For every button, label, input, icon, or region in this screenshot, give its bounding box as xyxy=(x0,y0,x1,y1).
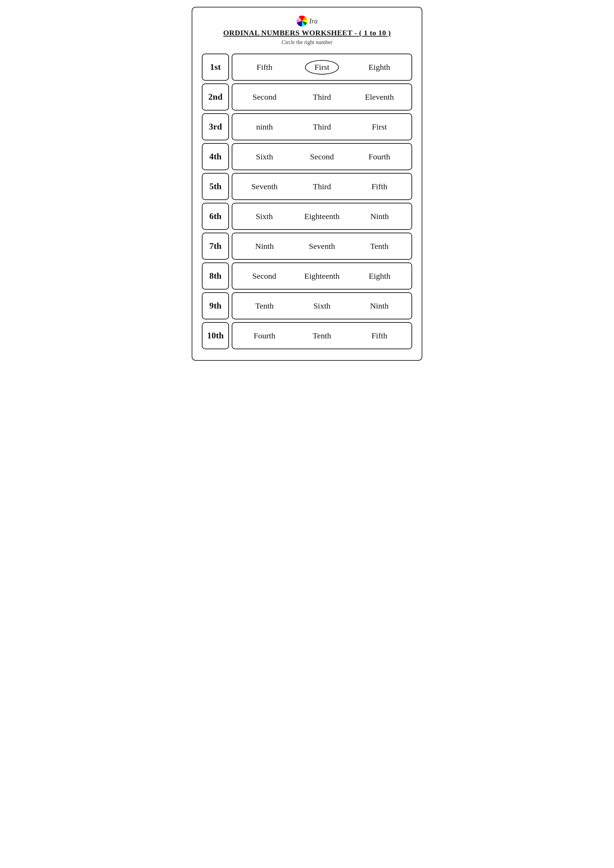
option-3[interactable]: Fourth xyxy=(362,152,396,161)
worksheet-row: 10thFourthTenthFifth xyxy=(202,322,412,349)
option-1[interactable]: ninth xyxy=(248,122,281,132)
option-3[interactable]: First xyxy=(362,122,396,132)
options-cell: TenthSixthNinth xyxy=(232,292,412,319)
options-cell: FifthFirstEighth xyxy=(232,54,412,81)
worksheet-row: 9thTenthSixthNinth xyxy=(202,292,412,319)
option-1[interactable]: Fifth xyxy=(248,63,281,72)
worksheet-row: 6thSixthEighteenthNinth xyxy=(202,203,412,230)
ordinal-label: 5th xyxy=(202,173,229,200)
worksheet-row: 7thNinthSeventhTenth xyxy=(202,232,412,260)
option-1[interactable]: Sixth xyxy=(247,212,281,221)
option-2[interactable]: Eighteenth xyxy=(304,212,340,221)
ordinal-label: 2nd xyxy=(202,84,229,110)
worksheet-page: Ira ORDINAL NUMBERS WORKSHEET - ( 1 to 1… xyxy=(192,7,422,361)
option-3[interactable]: Fifth xyxy=(362,182,396,191)
ordinal-label: 9th xyxy=(202,292,229,319)
worksheet-row: 3rdninthThirdFirst xyxy=(202,113,412,140)
worksheet-row: 1stFifthFirstEighth xyxy=(202,54,412,81)
worksheet-row: 8thSecondEighteenthEighth xyxy=(202,262,412,290)
option-1[interactable]: Fourth xyxy=(248,331,281,340)
worksheet-grid: 1stFifthFirstEighth2ndSecondThirdElevent… xyxy=(202,54,412,349)
subtitle: Circle the right number xyxy=(281,39,333,45)
options-cell: SecondThirdEleventh xyxy=(232,84,412,110)
options-cell: FourthTenthFifth xyxy=(232,322,412,349)
option-1[interactable]: Sixth xyxy=(248,152,281,161)
ordinal-label: 1st xyxy=(202,54,229,81)
option-2[interactable]: Eighteenth xyxy=(304,271,340,281)
main-title: ORDINAL NUMBERS WORKSHEET - ( 1 to 10 ) xyxy=(223,28,391,37)
options-cell: SeventhThirdFifth xyxy=(232,173,412,200)
ordinal-label: 6th xyxy=(202,203,229,230)
option-3[interactable]: Eighth xyxy=(363,271,396,281)
options-cell: ninthThirdFirst xyxy=(232,113,412,140)
options-cell: SixthEighteenthNinth xyxy=(232,203,412,230)
option-3[interactable]: Ninth xyxy=(363,212,396,221)
option-2[interactable]: First xyxy=(305,60,339,74)
logo-icon xyxy=(297,16,307,26)
option-2[interactable]: Seventh xyxy=(305,242,339,251)
option-1[interactable]: Second xyxy=(247,271,281,281)
options-cell: SixthSecondFourth xyxy=(232,143,412,170)
option-3[interactable]: Eleventh xyxy=(362,93,396,102)
option-1[interactable]: Second xyxy=(248,93,281,102)
brand-name: Ira xyxy=(309,17,317,25)
worksheet-row: 2ndSecondThirdEleventh xyxy=(202,84,412,110)
option-3[interactable]: Ninth xyxy=(362,301,396,311)
worksheet-row: 5thSeventhThirdFifth xyxy=(202,173,412,200)
option-1[interactable]: Ninth xyxy=(248,242,281,251)
option-1[interactable]: Tenth xyxy=(248,301,281,311)
option-1[interactable]: Seventh xyxy=(248,182,281,191)
option-3[interactable]: Eighth xyxy=(362,63,396,72)
ordinal-label: 7th xyxy=(202,232,229,260)
worksheet-row: 4thSixthSecondFourth xyxy=(202,143,412,170)
option-2[interactable]: Third xyxy=(305,122,339,132)
header: Ira ORDINAL NUMBERS WORKSHEET - ( 1 to 1… xyxy=(202,16,412,50)
options-cell: SecondEighteenthEighth xyxy=(232,262,412,290)
option-3[interactable]: Tenth xyxy=(362,242,396,251)
options-cell: NinthSeventhTenth xyxy=(232,232,412,260)
ordinal-label: 8th xyxy=(202,262,229,290)
ordinal-label: 4th xyxy=(202,143,229,170)
option-2[interactable]: Tenth xyxy=(305,331,339,340)
option-2[interactable]: Sixth xyxy=(305,301,339,311)
option-2[interactable]: Third xyxy=(305,182,339,191)
option-2[interactable]: Third xyxy=(305,93,339,102)
ordinal-label: 3rd xyxy=(202,113,229,140)
option-3[interactable]: Fifth xyxy=(362,331,396,340)
ordinal-label: 10th xyxy=(202,322,229,349)
logo-area: Ira xyxy=(297,16,317,26)
option-2[interactable]: Second xyxy=(305,152,339,161)
